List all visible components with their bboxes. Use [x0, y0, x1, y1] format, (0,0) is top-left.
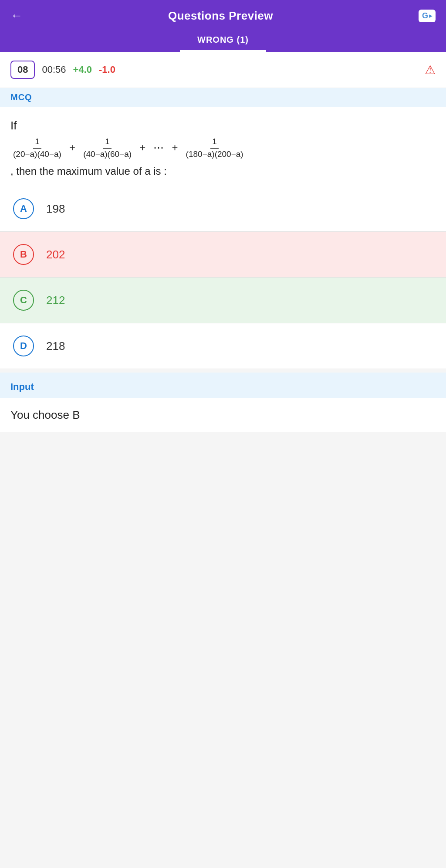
- question-timing: 00:56 +4.0 -1.0: [42, 64, 115, 75]
- header: ← Questions Preview G ▸ WRONG (1): [0, 0, 446, 52]
- option-circle-b: B: [13, 244, 34, 265]
- question-type-label: MCQ: [10, 92, 32, 102]
- option-circle-a: A: [13, 198, 34, 219]
- fraction-last: 1 (180−a)(200−a): [184, 136, 245, 160]
- warning-icon: ⚠: [425, 63, 436, 77]
- question-meta-row: 08 00:56 +4.0 -1.0 ⚠: [0, 52, 446, 88]
- question-intro: If: [10, 119, 436, 132]
- option-value-d: 218: [46, 339, 65, 353]
- question-card: 08 00:56 +4.0 -1.0 ⚠ MCQ If 1 (20−a)(40−…: [0, 52, 446, 186]
- translate-icon-arrow: ▸: [429, 12, 432, 19]
- option-circle-c: C: [13, 290, 34, 311]
- user-answer: You choose B: [0, 398, 446, 432]
- timing-time: 00:56: [42, 64, 66, 75]
- translate-icon: G: [422, 11, 428, 20]
- math-expression: 1 (20−a)(40−a) + 1 (40−a)(60−a) + ⋯ + 1 …: [10, 136, 436, 162]
- mcq-label-bar: MCQ: [0, 88, 446, 107]
- option-circle-d: D: [13, 336, 34, 356]
- timing-positive: +4.0: [73, 64, 92, 75]
- back-button[interactable]: ←: [10, 9, 23, 23]
- tab-wrong[interactable]: WRONG (1): [180, 30, 266, 52]
- option-row-b[interactable]: B 202: [0, 232, 446, 278]
- page-title: Questions Preview: [168, 9, 273, 23]
- translate-button[interactable]: G ▸: [419, 10, 436, 22]
- option-row-a[interactable]: A 198: [0, 186, 446, 232]
- option-row-d[interactable]: D 218: [0, 323, 446, 369]
- fraction-2: 1 (40−a)(60−a): [81, 136, 133, 160]
- header-top: ← Questions Preview G ▸: [0, 0, 446, 30]
- option-value-c: 212: [46, 294, 65, 307]
- question-body: If 1 (20−a)(40−a) + 1 (40−a)(60−a) + ⋯ +…: [0, 107, 446, 186]
- options-container: A 198 B 202 C 212 D 218: [0, 186, 446, 369]
- fraction-1: 1 (20−a)(40−a): [11, 136, 63, 160]
- timing-negative: -1.0: [99, 64, 115, 75]
- option-row-c[interactable]: C 212: [0, 278, 446, 323]
- option-value-b: 202: [46, 248, 65, 261]
- input-label: Input: [10, 381, 436, 393]
- tab-bar: WRONG (1): [0, 30, 446, 52]
- question-number-badge: 08: [10, 61, 35, 79]
- meta-left: 08 00:56 +4.0 -1.0: [10, 61, 115, 79]
- question-suffix: , then the maximum value of a is :: [10, 165, 436, 177]
- input-section: Input: [0, 373, 446, 398]
- option-value-a: 198: [46, 202, 65, 216]
